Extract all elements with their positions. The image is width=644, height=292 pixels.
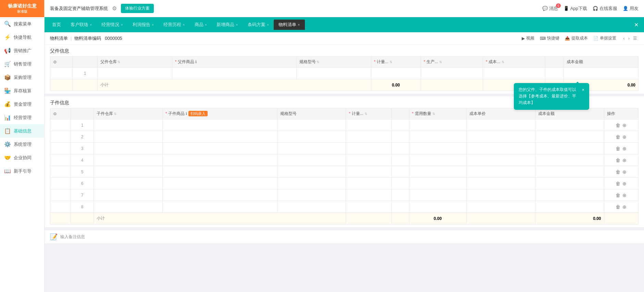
row-child-unit[interactable]	[346, 189, 392, 201]
row-child-spec[interactable]	[277, 201, 346, 213]
close-icon[interactable]: ×	[205, 23, 207, 27]
single-settings-button[interactable]: 📄 单据设置	[593, 35, 616, 41]
row-child-spec[interactable]	[277, 166, 346, 178]
delete-icon[interactable]: 🗑	[616, 204, 620, 210]
row-child-product[interactable]	[162, 131, 277, 143]
delete-icon[interactable]: 🗑	[616, 134, 620, 140]
row-child-spec[interactable]	[277, 119, 346, 131]
row-child-warehouse[interactable]	[94, 154, 163, 166]
message-button[interactable]: 💬 6 消息	[542, 5, 558, 12]
shortcut-button[interactable]: ⌨ 快捷键	[540, 35, 559, 41]
row-child-unit[interactable]	[346, 178, 392, 189]
copy-icon[interactable]: ⊕	[622, 192, 627, 198]
row-child-qty[interactable]	[409, 178, 466, 189]
row-child-warehouse[interactable]	[94, 178, 163, 189]
row-child-qty[interactable]	[409, 119, 466, 131]
sidebar-item-search[interactable]: 🔍 搜索菜单	[0, 17, 44, 31]
tab-home[interactable]: 首页	[47, 20, 66, 30]
row-production[interactable]	[421, 68, 483, 79]
row-child-product[interactable]	[162, 201, 277, 213]
row-child-unit-price[interactable]	[466, 154, 535, 166]
close-all-tabs-icon[interactable]: ✕	[631, 20, 641, 30]
close-icon[interactable]: ×	[152, 23, 154, 27]
delete-icon[interactable]: 🗑	[616, 192, 620, 198]
column-settings-icon[interactable]: ⚙	[53, 60, 57, 65]
sidebar-item-finance[interactable]: 💰 资金管理	[0, 97, 44, 111]
copy-icon[interactable]: ⊕	[622, 157, 627, 163]
row-child-product[interactable]	[162, 119, 277, 131]
video-button[interactable]: ▶ 视频	[522, 35, 534, 41]
row-child-warehouse[interactable]	[94, 201, 163, 213]
row-child-unit-price[interactable]	[466, 131, 535, 143]
row-unit[interactable]	[371, 68, 421, 79]
tab-customer[interactable]: 客户联络 ×	[66, 20, 97, 30]
sidebar-item-operation[interactable]: 📊 经营管理	[0, 111, 44, 124]
copy-icon[interactable]: ⊕	[622, 134, 627, 140]
row-child-qty[interactable]	[409, 166, 466, 178]
row-child-unit[interactable]	[346, 201, 392, 213]
row-child-unit[interactable]	[346, 166, 392, 178]
row-child-spec[interactable]	[277, 131, 346, 143]
tooltip-close-button[interactable]: ×	[582, 86, 584, 94]
tab-operation-status[interactable]: 经营情况 ×	[97, 20, 127, 30]
sidebar-item-purchase[interactable]: 📦 采购管理	[0, 71, 44, 84]
row-child-unit[interactable]	[346, 131, 392, 143]
settings-icon[interactable]: ⚙	[112, 5, 117, 12]
copy-icon[interactable]: ⊕	[622, 181, 627, 186]
close-icon[interactable]: ×	[183, 23, 185, 27]
scan-badge[interactable]: 扫码录入	[188, 111, 208, 116]
row-child-unit-price[interactable]	[466, 143, 535, 154]
row-child-unit-price[interactable]	[466, 119, 535, 131]
tab-op-history[interactable]: 经营历程 ×	[159, 20, 189, 30]
delete-icon[interactable]: 🗑	[616, 169, 620, 175]
extract-cost-button[interactable]: 📥 提取成本	[565, 35, 588, 41]
row-child-product[interactable]	[162, 189, 277, 201]
row-child-qty[interactable]	[409, 131, 466, 143]
note-placeholder[interactable]: 输入备注信息	[60, 234, 85, 240]
trial-button[interactable]: 体验行业方案	[121, 4, 154, 13]
row-child-spec[interactable]	[277, 189, 346, 201]
tab-barcode[interactable]: 条码方案 ×	[243, 20, 274, 30]
sidebar-item-inventory[interactable]: 🏪 库存核算	[0, 84, 44, 97]
delete-icon[interactable]: 🗑	[616, 122, 620, 128]
row-child-qty[interactable]	[409, 201, 466, 213]
close-icon[interactable]: ×	[236, 23, 238, 27]
copy-icon[interactable]: ⊕	[622, 122, 627, 128]
row-product[interactable]	[172, 68, 296, 79]
sidebar-item-cooperation[interactable]: 🤝 企业协同	[0, 151, 44, 164]
row-cost[interactable]	[483, 68, 545, 79]
list-view-icon[interactable]: ☰	[632, 35, 639, 42]
row-child-product[interactable]	[162, 143, 277, 154]
row-child-spec[interactable]	[277, 154, 346, 166]
row-child-unit[interactable]	[346, 154, 392, 166]
row-child-spec[interactable]	[277, 143, 346, 154]
row-child-spec[interactable]	[277, 178, 346, 189]
row-child-qty[interactable]	[409, 143, 466, 154]
delete-icon[interactable]: 🗑	[616, 146, 620, 151]
app-download-button[interactable]: 📱 App下载	[564, 5, 587, 12]
tab-product[interactable]: 商品 ×	[190, 20, 212, 30]
row-child-product[interactable]	[162, 154, 277, 166]
close-icon[interactable]: ×	[298, 23, 300, 27]
sidebar-item-guide[interactable]: 📖 新手引导	[0, 164, 44, 178]
copy-icon[interactable]: ⊕	[622, 204, 627, 210]
row-child-warehouse[interactable]	[94, 189, 163, 201]
tab-bom[interactable]: 物料清单 ×	[274, 20, 305, 30]
tab-profit[interactable]: 利润报告 ×	[128, 20, 159, 30]
sidebar-item-basic[interactable]: 📋 基础信息	[0, 124, 44, 138]
row-child-unit[interactable]	[346, 143, 392, 154]
row-spec[interactable]	[296, 68, 371, 79]
delete-icon[interactable]: 🗑	[616, 181, 620, 186]
copy-icon[interactable]: ⊕	[622, 169, 627, 175]
row-child-qty[interactable]	[409, 189, 466, 201]
sidebar-item-quicknav[interactable]: ⚡ 快捷导航	[0, 31, 44, 44]
row-child-qty[interactable]	[409, 154, 466, 166]
delete-icon[interactable]: 🗑	[616, 157, 620, 163]
tab-add-product[interactable]: 新增商品 ×	[212, 20, 243, 30]
close-icon[interactable]: ×	[90, 23, 92, 27]
next-arrow[interactable]: ›	[627, 35, 631, 42]
row-child-unit-price[interactable]	[466, 178, 535, 189]
row-child-unit-price[interactable]	[466, 201, 535, 213]
row-child-warehouse[interactable]	[94, 119, 163, 131]
row-child-product[interactable]	[162, 178, 277, 189]
